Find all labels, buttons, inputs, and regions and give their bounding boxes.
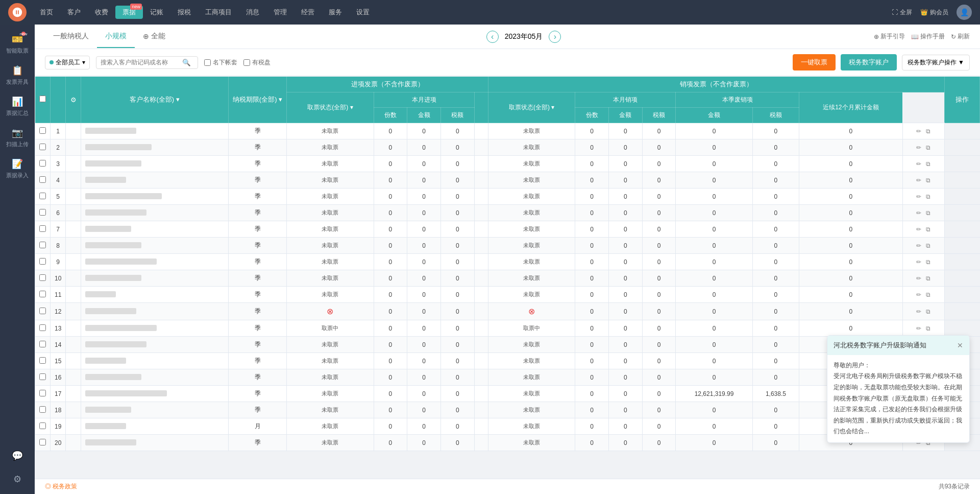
search-input[interactable]	[101, 59, 182, 66]
one-click-fetch-button[interactable]: 一键取票	[793, 54, 836, 70]
row-checkbox[interactable]	[39, 274, 46, 281]
copy-icon[interactable]: ⧉	[926, 325, 930, 332]
sidebar-item-2[interactable]: 📊票据汇总	[4, 91, 31, 122]
new-guide-link[interactable]: ⊕ 新手引导	[874, 32, 905, 41]
select-all-checkbox[interactable]	[39, 96, 46, 102]
tax-policy-link[interactable]: ◎ 税务政策	[45, 482, 77, 491]
row-checkbox[interactable]	[39, 160, 46, 167]
nav-item-6[interactable]: 工商项目	[198, 6, 239, 19]
edit-icon[interactable]: ✏	[916, 258, 921, 266]
copy-icon[interactable]: ⧉	[926, 209, 930, 217]
th-inbound-fetch-status[interactable]: 取票状态(全部) ▾	[287, 92, 374, 123]
user-avatar[interactable]: 👤	[957, 5, 972, 20]
tab-small-scale[interactable]: 小规模	[97, 26, 135, 48]
search-button[interactable]: 🔍	[182, 59, 191, 66]
copy-icon[interactable]: ⧉	[926, 193, 930, 200]
row-checkbox[interactable]	[39, 341, 46, 347]
row-checkbox[interactable]	[39, 390, 46, 396]
copy-icon[interactable]: ⧉	[926, 128, 930, 135]
edit-icon[interactable]: ✏	[916, 291, 921, 298]
copy-icon[interactable]: ⧉	[926, 144, 930, 151]
sidebar-item-0[interactable]: new🎫智能取票	[4, 29, 31, 60]
refresh-button[interactable]: ↻ 刷新	[951, 32, 970, 41]
row-checkbox[interactable]	[39, 242, 46, 248]
th-client[interactable]: 客户名称(全部) ▾	[81, 77, 229, 123]
copy-icon[interactable]: ⧉	[926, 291, 930, 298]
in-tax-cell: 0	[440, 337, 474, 353]
copy-icon[interactable]: ⧉	[926, 177, 930, 184]
in-empty-cell	[474, 172, 488, 189]
toolbar: 全部员工 ▾ 🔍 名下帐套 有税盘 一键取票 税务数字账户 税务数字账户操作 ▼	[35, 49, 980, 76]
prev-month-button[interactable]: ‹	[486, 31, 499, 43]
last12-cell: 0	[799, 221, 903, 238]
copy-icon[interactable]: ⧉	[926, 258, 930, 266]
manual-link[interactable]: 📖 操作手册	[911, 32, 945, 41]
row-checkbox[interactable]	[39, 291, 46, 297]
nav-item-1[interactable]: 客户	[60, 6, 88, 19]
copy-icon[interactable]: ⧉	[926, 308, 930, 315]
row-checkbox[interactable]	[39, 258, 46, 265]
sidebar-item-3[interactable]: 📷扫描上传	[4, 122, 31, 153]
nav-item-0[interactable]: 首页	[33, 6, 60, 19]
nav-item-3[interactable]: 票据new	[115, 6, 143, 19]
nav-item-9[interactable]: 经营	[294, 6, 322, 19]
edit-icon[interactable]: ✏	[916, 308, 921, 315]
row-checkbox[interactable]	[39, 176, 46, 183]
member-button[interactable]: 👑 购会员	[920, 8, 948, 17]
edit-icon[interactable]: ✏	[916, 209, 921, 217]
nav-item-2[interactable]: 收费	[88, 6, 115, 19]
nav-item-5[interactable]: 报税	[170, 6, 198, 19]
edit-icon[interactable]: ✏	[916, 242, 921, 249]
notification-close-button[interactable]: ✕	[957, 341, 963, 349]
employee-select[interactable]: 全部员工 ▾	[45, 56, 90, 69]
sidebar-bottom-icon-1[interactable]: 💬	[8, 446, 27, 465]
taxdisk-checkbox[interactable]	[243, 59, 250, 66]
row-checkbox[interactable]	[39, 209, 46, 216]
row-checkbox[interactable]	[39, 324, 46, 331]
nav-item-4[interactable]: 记账	[143, 6, 170, 19]
copy-icon[interactable]: ⧉	[926, 226, 930, 233]
nav-item-7[interactable]: 消息	[239, 6, 266, 19]
row-checkbox[interactable]	[39, 439, 46, 445]
subaccount-checkbox-label[interactable]: 名下帐套	[204, 58, 237, 67]
copy-icon[interactable]: ⧉	[926, 275, 930, 282]
row-checkbox[interactable]	[39, 373, 46, 380]
next-month-button[interactable]: ›	[549, 31, 561, 43]
tab-all[interactable]: ⊕全能	[135, 26, 174, 48]
edit-icon[interactable]: ✏	[916, 144, 921, 151]
subaccount-checkbox[interactable]	[204, 59, 211, 66]
row-checkbox[interactable]	[39, 308, 46, 314]
taxdisk-checkbox-label[interactable]: 有税盘	[243, 58, 271, 67]
row-checkbox[interactable]	[39, 406, 46, 413]
row-checkbox[interactable]	[39, 422, 46, 429]
copy-icon[interactable]: ⧉	[926, 160, 930, 168]
th-outbound-fetch-status[interactable]: 取票状态(全部) ▾	[488, 92, 575, 123]
sidebar-bottom-icon-2[interactable]: ⚙	[9, 469, 26, 489]
row-checkbox[interactable]	[39, 225, 46, 232]
sidebar: new🎫智能取票📋发票开具📊票据汇总📷扫描上传📝票据录入 💬 ⚙	[0, 25, 35, 494]
nav-item-11[interactable]: 设置	[349, 6, 377, 19]
in-empty-cell	[474, 270, 488, 287]
edit-icon[interactable]: ✏	[916, 275, 921, 282]
edit-icon[interactable]: ✏	[916, 128, 921, 135]
tab-general-taxpayer[interactable]: 一般纳税人	[45, 26, 97, 48]
tax-digital-account-ops-button[interactable]: 税务数字账户操作 ▼	[902, 55, 970, 70]
edit-icon[interactable]: ✏	[916, 177, 921, 184]
nav-item-8[interactable]: 管理	[266, 6, 294, 19]
row-checkbox[interactable]	[39, 144, 46, 150]
sidebar-item-4[interactable]: 📝票据录入	[4, 153, 31, 184]
row-checkbox[interactable]	[39, 357, 46, 364]
sidebar-item-1[interactable]: 📋发票开具	[4, 60, 31, 91]
row-checkbox[interactable]	[39, 193, 46, 199]
edit-icon[interactable]: ✏	[916, 160, 921, 168]
fullscreen-button[interactable]: ⛶ 全屏	[892, 8, 912, 17]
copy-icon[interactable]: ⧉	[926, 242, 930, 249]
tax-digital-account-button[interactable]: 税务数字账户	[841, 54, 897, 70]
th-tax-limit[interactable]: 纳税期限(全部) ▾	[228, 77, 286, 123]
logo[interactable]	[8, 3, 27, 21]
edit-icon[interactable]: ✏	[916, 325, 921, 332]
nav-item-10[interactable]: 服务	[322, 6, 349, 19]
row-checkbox[interactable]	[39, 127, 46, 134]
edit-icon[interactable]: ✏	[916, 226, 921, 233]
edit-icon[interactable]: ✏	[916, 193, 921, 200]
